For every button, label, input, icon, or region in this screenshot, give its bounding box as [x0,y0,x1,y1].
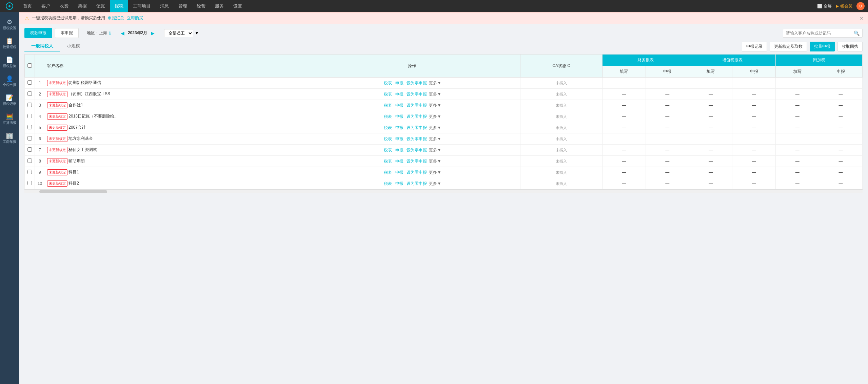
row-op-more-7[interactable]: 更多▼ [429,159,441,164]
row-op-taxform-2[interactable]: 税表 [384,103,392,108]
row-checkbox-9[interactable] [27,181,32,185]
row-op-declare-8[interactable]: 申报 [395,170,403,175]
row-op-setzero-2[interactable]: 设为零申报 [407,103,427,108]
sidebar-item-taxsettings[interactable]: ⚙ 报税设置 [0,15,19,34]
scrollbar-thumb[interactable] [39,190,107,193]
header-customer-name: 客户名称 [45,55,304,78]
row-fin-fill-6: — [603,145,646,156]
horizontal-scrollbar[interactable] [24,189,863,193]
search-button[interactable]: 🔍 [851,29,862,37]
content-area: 税款申报 零申报 地区：上海 ℹ ◀ 2023年2月 ▶ 全部员工 ▼ 🔍 [19,24,868,197]
row-op-setzero-0[interactable]: 设为零申报 [407,81,427,85]
row-op-more-4[interactable]: 更多▼ [429,125,441,130]
row-op-declare-5[interactable]: 申报 [395,136,403,141]
row-op-more-9[interactable]: 更多▼ [429,181,441,186]
select-all-checkbox[interactable] [27,63,32,68]
nav-accounting[interactable]: 记账 [92,0,110,12]
row-op-declare-0[interactable]: 申报 [395,81,403,85]
row-checkbox-3[interactable] [27,114,32,118]
nav-invoice[interactable]: 票据 [73,0,92,12]
row-op-declare-2[interactable]: 申报 [395,103,403,108]
sidebar-item-taxrecord[interactable]: 📝 报税记录 [0,91,19,110]
row-op-taxform-3[interactable]: 税表 [384,114,392,119]
row-op-more-5[interactable]: 更多▼ [429,136,441,141]
row-op-declare-4[interactable]: 申报 [395,125,403,130]
fullscreen-button[interactable]: ⬜ 全屏 [817,3,832,9]
retrieve-return-button[interactable]: 收取回执 [837,42,863,51]
row-op-more-0[interactable]: 更多▼ [429,81,441,85]
row-op-taxform-9[interactable]: 税表 [384,181,392,186]
tab-zero-declaration[interactable]: 零申报 [55,28,79,38]
sidebar-personaltax-label: 个税申报 [3,83,16,87]
row-checkbox-7[interactable] [27,158,32,163]
update-confirm-button[interactable]: 更新核定及取数 [770,42,807,51]
row-op-more-3[interactable]: 更多▼ [429,114,441,119]
row-op-setzero-8[interactable]: 设为零申报 [407,170,427,175]
banner-close-button[interactable]: ✕ [860,16,864,21]
row-customer-name-1: 未更新核定 （勿删）江西股宝-LSS [45,89,304,100]
nav-management[interactable]: 管理 [174,0,192,12]
row-checkbox-4[interactable] [27,125,32,129]
row-checkbox-6[interactable] [27,147,32,152]
region-info-icon[interactable]: ℹ [109,31,111,36]
row-op-setzero-6[interactable]: 设为零申报 [407,148,427,152]
banner-link1[interactable]: 申报汇总 [108,15,124,21]
row-op-setzero-7[interactable]: 设为零申报 [407,159,427,164]
user-avatar[interactable]: U [856,2,865,10]
row-checkbox-5[interactable] [27,136,32,141]
row-op-more-8[interactable]: 更多▼ [429,170,441,175]
nav-taxdeclaration[interactable]: 报税 [110,0,128,12]
row-op-declare-7[interactable]: 申报 [395,159,403,164]
row-op-declare-9[interactable]: 申报 [395,181,403,186]
nav-services[interactable]: 服务 [210,0,229,12]
row-ca-status-4: 未插入 [520,122,603,133]
submit-record-button[interactable]: 申报记录 [742,42,767,51]
nav-customer[interactable]: 客户 [37,0,55,12]
sidebar-item-taxoverview[interactable]: 📄 报税总览 [0,53,19,72]
row-op-taxform-6[interactable]: 税表 [384,148,392,152]
period-next-button[interactable]: ▶ [149,30,156,37]
sidebar-item-annualreport[interactable]: 🏢 工商年报 [0,129,19,148]
row-op-declare-6[interactable]: 申报 [395,148,403,152]
tab-small-taxpayer[interactable]: 小规模 [60,41,87,51]
row-op-setzero-1[interactable]: 设为零申报 [407,92,427,97]
sidebar-item-personaltax[interactable]: 👤 个税申报 [0,72,19,91]
row-op-declare-1[interactable]: 申报 [395,92,403,97]
nav-bizproject[interactable]: 工商项目 [128,0,155,12]
row-checkbox-2[interactable] [27,103,32,107]
row-op-setzero-3[interactable]: 设为零申报 [407,114,427,119]
row-op-taxform-1[interactable]: 税表 [384,92,392,97]
row-op-more-2[interactable]: 更多▼ [429,103,441,108]
row-op-setzero-9[interactable]: 设为零申报 [407,181,427,186]
tab-tax-declaration[interactable]: 税款申报 [24,28,52,38]
app-logo[interactable] [3,0,16,12]
row-checkbox-8[interactable] [27,170,32,174]
row-op-taxform-5[interactable]: 税表 [384,136,392,141]
tab-general-taxpayer[interactable]: 一般纳税人 [24,41,60,51]
row-checkbox-1[interactable] [27,91,32,96]
sidebar-item-batchdeclaration[interactable]: 📋 批量报税 [0,34,19,53]
staff-select-dropdown[interactable]: 全部员工 [164,29,193,37]
upgrade-button[interactable]: ▶ 畅会员 [836,3,852,9]
row-op-declare-3[interactable]: 申报 [395,114,403,119]
nav-home[interactable]: 首页 [18,0,37,12]
batch-submit-button[interactable]: 批量申报 [810,42,835,51]
row-op-taxform-4[interactable]: 税表 [384,125,392,130]
row-op-taxform-0[interactable]: 税表 [384,81,392,85]
row-op-taxform-8[interactable]: 税表 [384,170,392,175]
row-op-taxform-7[interactable]: 税表 [384,159,392,164]
row-op-more-6[interactable]: 更多▼ [429,148,441,152]
banner-link2[interactable]: 立即购买 [127,15,143,21]
row-op-more-1[interactable]: 更多▼ [429,92,441,97]
search-input[interactable] [783,29,851,37]
sidebar-item-annualsettlement[interactable]: 🧮 汇算清缴 [0,110,19,129]
row-checkbox-0[interactable] [27,80,32,85]
row-op-setzero-5[interactable]: 设为零申报 [407,136,427,141]
nav-settings[interactable]: 设置 [229,0,247,12]
nav-message[interactable]: 消息 [155,0,174,12]
nav-billing[interactable]: 收费 [55,0,73,12]
nav-operations[interactable]: 经营 [192,0,210,12]
row-op-setzero-4[interactable]: 设为零申报 [407,125,427,130]
period-prev-button[interactable]: ◀ [119,30,126,37]
row-checkbox-cell [25,78,35,89]
